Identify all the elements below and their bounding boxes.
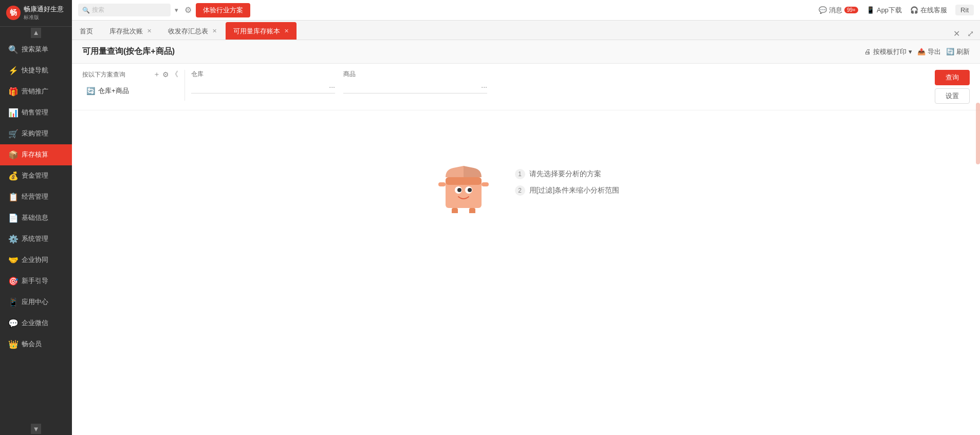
export-label: 导出 <box>928 47 941 56</box>
service-label: 在线客服 <box>920 6 947 15</box>
sidebar-item-inventory[interactable]: 📦 库存核算 <box>0 144 72 165</box>
empty-state-inner: 1 请先选择要分析的方案 2 用[过滤]条件来缩小分析范围 <box>433 152 620 213</box>
collapse-scheme-btn[interactable]: 《 <box>171 70 178 79</box>
svg-rect-7 <box>469 208 475 213</box>
user-menu[interactable]: Rit <box>955 5 974 15</box>
sidebar-item-wechat[interactable]: 💬 企业微信 <box>0 313 72 334</box>
settings-scheme-btn[interactable]: ⚙ <box>162 70 169 79</box>
filter-area: 按以下方案查询 ＋ ⚙ 《 🔄 仓库+商品 仓库 <box>72 64 980 110</box>
sidebar-item-label: 企业协同 <box>22 255 48 264</box>
sidebar-item-purchase[interactable]: 🛒 采购管理 <box>0 123 72 144</box>
sidebar-item-label: 快捷导航 <box>22 66 48 75</box>
sidebar-nav: 🔍 搜索菜单 ⚡ 快捷导航 🎁 营销推广 📊 销售管理 🛒 采购管理 📦 库存核… <box>0 39 72 423</box>
filter-settings-btn[interactable]: 设置 <box>935 88 970 104</box>
sidebar-item-operations[interactable]: 📋 经营管理 <box>0 186 72 207</box>
tab-summary-label: 收发存汇总表 <box>168 27 208 36</box>
product-more-btn[interactable]: ··· <box>481 83 487 91</box>
sidebar-item-finance[interactable]: 💰 资金管理 <box>0 165 72 186</box>
main-area: 🔍 搜索 ▾ ⚙ 体验行业方案 💬 消息 99+ 📱 App下载 🎧 在线客服 … <box>72 0 980 435</box>
tab-expand-btn[interactable]: ⤢ <box>965 28 976 40</box>
industry-btn[interactable]: 体验行业方案 <box>196 3 250 17</box>
message-icon: 💬 <box>819 6 827 14</box>
tab-home-label: 首页 <box>80 27 93 36</box>
right-scrollbar[interactable] <box>976 103 980 164</box>
app-download-btn[interactable]: 📱 App下载 <box>866 6 902 15</box>
sidebar-item-marketing[interactable]: 🎁 营销推广 <box>0 81 72 102</box>
sidebar-item-system[interactable]: ⚙️ 系统管理 <box>0 229 72 250</box>
sidebar-item-member[interactable]: 👑 畅会员 <box>0 334 72 355</box>
sidebar-item-sales[interactable]: 📊 销售管理 <box>0 102 72 123</box>
sidebar-item-enterprise[interactable]: 🤝 企业协同 <box>0 250 72 271</box>
sidebar-item-label: 经营管理 <box>22 192 48 201</box>
tab-summary-close[interactable]: ✕ <box>212 28 217 34</box>
logo-icon: 畅 <box>6 6 21 20</box>
empty-tips: 1 请先选择要分析的方案 2 用[过滤]条件来缩小分析范围 <box>515 169 620 196</box>
tab-summary[interactable]: 收发存汇总表 ✕ <box>160 22 225 40</box>
warehouse-input[interactable] <box>191 83 327 91</box>
tip-num-2: 2 <box>515 185 525 196</box>
tab-close-btn[interactable]: ✕ <box>951 28 962 40</box>
tip-text-1: 请先选择要分析的方案 <box>529 169 601 179</box>
sidebar-item-appstore[interactable]: 📱 应用中心 <box>0 292 72 313</box>
print-template-btn[interactable]: 🖨 按模板打印 ▾ <box>864 47 912 56</box>
search-placeholder: 搜索 <box>92 6 104 14</box>
print-icon: 🖨 <box>864 48 871 55</box>
svg-rect-9 <box>482 182 489 186</box>
finance-icon: 💰 <box>8 171 17 181</box>
app-label: App下载 <box>877 6 902 15</box>
sidebar-item-label: 基础信息 <box>22 213 48 222</box>
service-icon: 🎧 <box>910 6 918 14</box>
tab-batch[interactable]: 库存批次账 ✕ <box>102 22 159 40</box>
warehouse-more-btn[interactable]: ··· <box>329 83 335 91</box>
export-icon: 📤 <box>917 48 926 55</box>
warehouse-filter: 仓库 ··· <box>191 70 335 93</box>
tab-available-close[interactable]: ✕ <box>284 28 289 34</box>
print-dropdown-icon: ▾ <box>909 48 912 55</box>
operations-icon: 📋 <box>8 192 17 202</box>
refresh-icon: 🔄 <box>946 48 954 55</box>
topbar-right: 💬 消息 99+ 📱 App下载 🎧 在线客服 Rit <box>819 5 974 15</box>
member-icon: 👑 <box>8 339 17 349</box>
sidebar-item-shortcut[interactable]: ⚡ 快捷导航 <box>0 60 72 81</box>
logo-sub: 标准版 <box>24 14 64 21</box>
filter-schemes-header: 按以下方案查询 ＋ ⚙ 《 <box>82 70 178 79</box>
svg-point-5 <box>468 188 472 192</box>
add-scheme-btn[interactable]: ＋ <box>153 70 160 79</box>
tab-home[interactable]: 首页 <box>72 22 101 40</box>
export-btn[interactable]: 📤 导出 <box>917 47 941 56</box>
filter-actions: 查询 设置 <box>935 70 970 104</box>
message-btn[interactable]: 💬 消息 99+ <box>819 6 858 15</box>
tab-batch-close[interactable]: ✕ <box>147 28 152 34</box>
wechat-icon: 💬 <box>8 318 17 328</box>
scheme-item-warehouse-product[interactable]: 🔄 仓库+商品 <box>82 83 178 99</box>
sidebar-item-label: 库存核算 <box>22 150 48 159</box>
svg-point-4 <box>457 188 461 192</box>
search-icon: 🔍 <box>82 7 90 14</box>
online-service-btn[interactable]: 🎧 在线客服 <box>910 6 947 15</box>
tab-available-label: 可用量库存账本 <box>233 27 280 36</box>
tab-available[interactable]: 可用量库存账本 ✕ <box>226 22 297 40</box>
sidebar-item-newbie[interactable]: 🎯 新手引导 <box>0 271 72 292</box>
tab-batch-label: 库存批次账 <box>109 27 143 36</box>
sidebar-item-label: 销售管理 <box>22 108 48 117</box>
filter-schemes: 按以下方案查询 ＋ ⚙ 《 🔄 仓库+商品 <box>82 70 185 101</box>
sidebar-item-search[interactable]: 🔍 搜索菜单 <box>0 39 72 60</box>
sidebar-item-label: 营销推广 <box>22 87 48 96</box>
sidebar-item-label: 应用中心 <box>22 297 48 307</box>
product-input[interactable] <box>343 83 479 91</box>
sidebar-scroll-up[interactable]: ▲ <box>31 28 41 38</box>
query-btn[interactable]: 查询 <box>935 70 970 85</box>
sidebar-scroll-down[interactable]: ▼ <box>31 424 41 434</box>
dropdown-icon[interactable]: ▾ <box>175 6 178 14</box>
page-header: 可用量查询(按仓库+商品) 🖨 按模板打印 ▾ 📤 导出 🔄 刷新 <box>72 40 980 64</box>
shortcut-icon: ⚡ <box>8 66 17 75</box>
empty-state: 1 请先选择要分析的方案 2 用[过滤]条件来缩小分析范围 <box>72 110 980 254</box>
sidebar-item-label: 资金管理 <box>22 171 48 180</box>
topbar-search-box[interactable]: 🔍 搜索 <box>78 4 171 16</box>
gear-icon[interactable]: ⚙ <box>184 5 192 15</box>
sidebar-item-basic[interactable]: 📄 基础信息 <box>0 207 72 229</box>
page-title: 可用量查询(按仓库+商品) <box>82 46 175 57</box>
schemes-title: 按以下方案查询 <box>82 70 125 79</box>
refresh-btn[interactable]: 🔄 刷新 <box>946 47 970 56</box>
appstore-icon: 📱 <box>8 297 17 307</box>
